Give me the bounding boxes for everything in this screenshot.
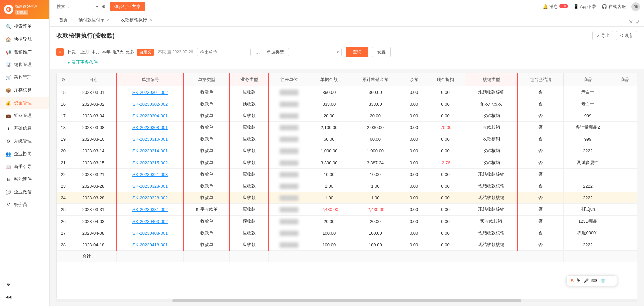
th-unit: 往来单位 <box>269 73 309 86</box>
table-row[interactable]: 17 2023-03-04 SK-20230304-001 收款单 应收款 ██… <box>57 110 637 122</box>
filter-7days[interactable]: 近7天 <box>113 49 124 55</box>
hardware-icon: 🖥 <box>5 176 11 182</box>
sidebar-item-inventory[interactable]: 📦 库存核算 <box>0 84 49 97</box>
filter-toggle-button[interactable]: » <box>56 48 64 56</box>
filter-unit-dots[interactable]: ... <box>255 49 260 55</box>
sidebar-settings[interactable]: ⚙ <box>0 278 49 291</box>
sidebar-item-purchase[interactable]: 🛒 采购管理 <box>0 71 49 84</box>
table-row[interactable]: 24 2023-03-28 SK-20230328-002 收款单 应收款 ██… <box>57 192 637 204</box>
table-row[interactable]: 22 2023-03-21 SK-20230321-003 收款单 应收款 ██… <box>57 169 637 180</box>
table-row[interactable]: 19 2023-03-10 SK-20230310-001 收款单 应收款 ██… <box>57 133 637 145</box>
notifications-item[interactable]: 🔔 消息 99+ <box>543 4 568 10</box>
table-row[interactable]: 15 2023-03-01 SK-20230301-002 收款单 应收款 ██… <box>57 86 637 98</box>
td-include-settled: 否 <box>518 169 563 180</box>
table-wrapper[interactable]: ⚙ 日期 单据编号 单据类型 业务类型 往来单位 单据金额 累计核销金额 余额 … <box>56 73 637 299</box>
td-bill-type: 收款单 <box>184 157 230 169</box>
sidebar-item-wechat[interactable]: 💬 企业微信 <box>0 186 49 198</box>
sidebar-item-guide[interactable]: 📖 新手引导 <box>0 160 49 173</box>
table-row[interactable]: 18 2023-03-08 SK-20230308-001 收款单 应收款 ██… <box>57 122 637 133</box>
bill-no-link[interactable]: SK-20230302-002 <box>132 102 168 107</box>
tab-close-all-icon[interactable]: ✕ <box>629 19 633 25</box>
app-download-item[interactable]: 📱 App下载 <box>573 4 596 10</box>
filter-this-month[interactable]: 本月 <box>91 49 100 55</box>
tab-writeoff-close[interactable]: ✕ <box>149 18 152 22</box>
td-no: 15 <box>57 86 70 98</box>
online-service-item[interactable]: 🎧 在线客服 <box>602 4 626 10</box>
svg-text:6: 6 <box>7 7 9 11</box>
table-row[interactable]: 28 2023-04-18 SK-20230418-001 收款单 应收款 ██… <box>57 239 637 251</box>
bill-no-link[interactable]: SK-20230321-003 <box>132 172 168 177</box>
td-amount: 10.00 <box>309 169 349 180</box>
sidebar-item-basic[interactable]: ℹ 基础信息 <box>0 122 49 135</box>
sidebar-item-enterprise[interactable]: 👥 企业协同 <box>0 147 49 160</box>
bill-no-link[interactable]: SK-20230304-001 <box>132 113 168 118</box>
bill-no-link[interactable]: SK-20230418-001 <box>132 242 168 247</box>
solution-button[interactable]: 体验行业方案 <box>110 2 145 11</box>
th-date: 日期 <box>70 73 116 86</box>
filter-unit-input[interactable] <box>197 48 251 56</box>
expand-conditions[interactable]: ▾ 展开更多条件 <box>68 59 637 65</box>
sidebar-item-operation[interactable]: 💼 经营管理 <box>0 109 49 122</box>
table-row[interactable]: 20 2023-03-14 SK-20230314-001 收款单 应收款 ██… <box>57 145 637 157</box>
column-gear-icon[interactable]: ⚙ <box>61 77 65 82</box>
table-row[interactable]: 25 2023-03-31 SK-20230331-002 红字收款单 应收款 … <box>57 204 637 216</box>
horizontal-scrollbar[interactable] <box>56 299 637 302</box>
table-row[interactable]: 26 2023-04-03 SK-20230403-002 收款单 预收款 ██… <box>57 216 637 227</box>
td-include-settled: 否 <box>518 145 563 157</box>
bill-no-link[interactable]: SK-20230308-001 <box>132 125 168 130</box>
table-row[interactable]: 23 2023-03-28 SK-20230328-001 收款单 应收款 ██… <box>57 180 637 192</box>
filter-type-select[interactable] <box>288 48 342 56</box>
sidebar-item-sales[interactable]: 📊 销售管理 <box>0 58 49 71</box>
tab-home[interactable]: 首页 <box>54 14 73 26</box>
ime-more-icon[interactable]: ⋯ <box>608 278 613 283</box>
sidebar-item-member[interactable]: V 畅会员 <box>0 198 49 211</box>
bill-no-link[interactable]: SK-20230331-002 <box>132 207 168 212</box>
topbar-gear-icon[interactable]: ⚙ <box>102 4 106 9</box>
td-biz-type: 应收款 <box>230 204 269 216</box>
ime-shirt-icon[interactable]: 👕 <box>600 278 606 283</box>
table-row[interactable]: 27 2023-04-08 SK-20230408-001 收款单 应收款 ██… <box>57 227 637 239</box>
bill-no-link[interactable]: SK-20230328-001 <box>132 184 168 189</box>
sidebar-item-search[interactable]: 🔍 搜索菜单 <box>0 20 49 33</box>
sidebar-item-finance[interactable]: 💰 资金管理 <box>0 97 49 109</box>
topbar-search-input[interactable] <box>54 3 94 10</box>
tab-prepay[interactable]: 预付款应付单 ✕ <box>73 14 115 26</box>
ime-mic-icon[interactable]: 🎤 <box>583 278 589 283</box>
export-button[interactable]: ↗ 导出 <box>592 31 613 40</box>
user-avatar[interactable]: Rit <box>631 2 640 11</box>
sidebar-item-marketing[interactable]: 📢 营销推广 <box>0 46 49 58</box>
settings-button[interactable]: 设置 <box>372 47 391 57</box>
scrollbar-thumb[interactable] <box>172 299 521 302</box>
bill-no-link[interactable]: SK-20230328-002 <box>132 195 168 200</box>
sidebar-item-system[interactable]: ⚙ 系统管理 <box>0 135 49 147</box>
td-balance: 0.00 <box>401 192 426 204</box>
sidebar-collapse[interactable]: ◀◀ <box>0 291 49 303</box>
filter-this-year[interactable]: 本年 <box>102 49 111 55</box>
filter-last-month[interactable]: 上月 <box>80 49 89 55</box>
bill-no-link[interactable]: SK-20230315-002 <box>132 160 168 165</box>
sidebar-item-hardware[interactable]: 🖥 智能硬件 <box>0 173 49 186</box>
refresh-button[interactable]: ↺ 刷新 <box>616 31 637 40</box>
topbar-dropdown-icon[interactable]: ▾ <box>96 4 98 9</box>
bill-no-link[interactable]: SK-20230310-001 <box>132 137 168 142</box>
filter-more[interactable]: 更多 <box>126 49 135 55</box>
table-row[interactable]: 16 2023-03-02 SK-20230302-002 收款单 预收款 ██… <box>57 98 637 110</box>
bill-no-link[interactable]: SK-20230301-002 <box>132 90 168 95</box>
td-goods: 测试jun <box>563 204 612 216</box>
tab-writeoff[interactable]: 收款核销执行 ✕ <box>115 14 158 26</box>
th-goods: 商品 <box>563 73 612 86</box>
bill-no-link[interactable]: SK-20230314-001 <box>132 148 168 154</box>
tab-prepay-close[interactable]: ✕ <box>107 18 110 22</box>
bill-no-link[interactable]: SK-20230408-001 <box>132 231 168 236</box>
ime-keyboard-icon[interactable]: ⌨ <box>591 278 598 283</box>
td-amount: 20.00 <box>309 110 349 122</box>
query-button[interactable]: 查询 <box>346 47 368 57</box>
td-discount: 0.00 <box>426 227 465 239</box>
unit-value: ██████ <box>280 113 298 118</box>
sidebar-item-quick-nav[interactable]: 🏠 快捷导航 <box>0 33 49 46</box>
filter-custom-button[interactable]: 自定义 <box>137 49 154 56</box>
bill-no-link[interactable]: SK-20230403-002 <box>132 219 168 224</box>
table-row[interactable]: 21 2023-03-15 SK-20230315-002 收款单 应收款 ██… <box>57 157 637 169</box>
tab-expand-icon[interactable]: ⤢ <box>636 19 640 25</box>
sidebar-logo: 6 畅康道好生意 标推版 <box>0 0 49 19</box>
